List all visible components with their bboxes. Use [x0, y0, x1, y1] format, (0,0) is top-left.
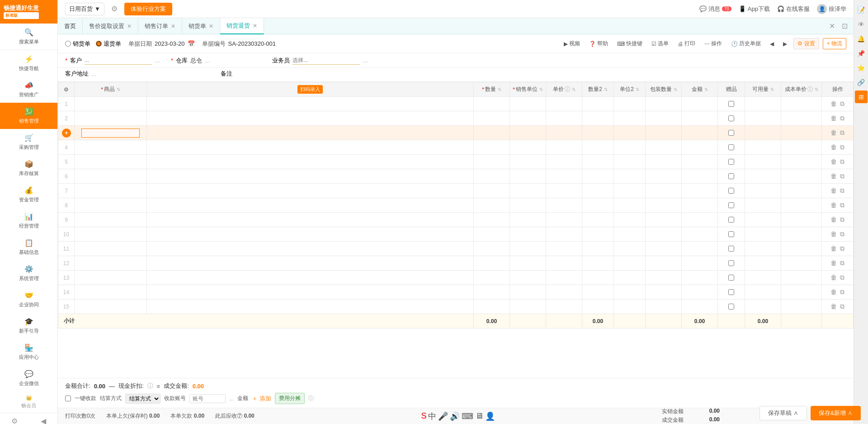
radio-sales-invoice[interactable]: 销货单 — [65, 40, 90, 48]
prev-btn[interactable]: ◀ — [767, 40, 777, 48]
gift-checkbox-1[interactable] — [728, 101, 734, 107]
settle-select[interactable]: 结算方式 — [125, 394, 160, 404]
history-btn[interactable]: 🕐 历史单据 — [728, 39, 764, 48]
gift-checkbox-13[interactable] — [728, 275, 734, 281]
copy-row-6-btn[interactable]: ⧉ — [840, 172, 844, 180]
right-sidebar-active[interactable]: ⊞ — [855, 91, 868, 103]
right-sidebar-bell[interactable]: 🔔 — [855, 33, 868, 45]
dots-btn[interactable]: ... — [229, 395, 234, 402]
th-qty[interactable]: * 数量 ⇅ — [474, 82, 510, 97]
copy-row-11-btn[interactable]: ⧉ — [840, 245, 844, 252]
copy-row-9-btn[interactable]: ⧉ — [840, 216, 844, 223]
message-btn[interactable]: 💬 消息 70 — [699, 5, 731, 13]
gift-checkbox-4[interactable] — [728, 144, 734, 150]
sort-costprice-icon[interactable]: ⇅ — [815, 87, 818, 92]
sidebar-item-wechat[interactable]: 💬 企业微信 — [0, 365, 57, 391]
add-item-btn[interactable]: ＋ 添加 — [252, 395, 271, 403]
tab-price-extract[interactable]: 售价提取设置 ✕ — [83, 18, 138, 34]
tab-sales-invoice-close[interactable]: ✕ — [209, 23, 213, 29]
sort-unit-icon[interactable]: ⇅ — [539, 87, 543, 92]
experience-btn[interactable]: 体验行业方案 — [124, 3, 172, 15]
gift-checkbox-3[interactable] — [728, 130, 734, 136]
sort-qty2-icon[interactable]: ⇅ — [604, 87, 608, 92]
gift-checkbox-12[interactable] — [728, 260, 734, 266]
copy-row-14-btn[interactable]: ⧉ — [840, 288, 844, 295]
window-maximize-btn[interactable]: ⊡ — [839, 21, 850, 32]
th-costprice[interactable]: 成本单价 ⓘ ⇅ — [781, 82, 822, 97]
gift-checkbox-14[interactable] — [728, 289, 734, 295]
address-dots[interactable]: ... — [91, 71, 96, 77]
tab-price-extract-close[interactable]: ✕ — [127, 23, 132, 29]
sidebar-item-purchase[interactable]: 🛒 采购管理 — [0, 129, 57, 155]
tab-home[interactable]: 首页 — [58, 18, 83, 34]
sidebar-item-system[interactable]: ⚙️ 系统管理 — [0, 260, 57, 286]
app-download-btn[interactable]: 📱 App下载 — [739, 5, 770, 13]
calendar-icon[interactable]: 📅 — [188, 40, 195, 47]
th-unit[interactable]: * 销售单位 ⇅ — [510, 82, 546, 97]
print-btn[interactable]: 🖨 打印 — [675, 39, 698, 48]
delete-row-12-btn[interactable]: 🗑 — [830, 259, 837, 267]
select-order-btn[interactable]: ☑ 选单 — [649, 39, 671, 48]
delete-row-8-btn[interactable]: 🗑 — [830, 201, 837, 209]
sidebar-item-guide[interactable]: 🎓 新手引导 — [0, 313, 57, 339]
radio-return[interactable]: 退货单 — [96, 40, 121, 48]
right-sidebar-pin[interactable]: 📌 — [855, 47, 868, 60]
salesperson-search-btn[interactable]: ... — [363, 57, 368, 64]
gift-checkbox-10[interactable] — [728, 231, 734, 237]
sidebar-item-basic-info[interactable]: 📋 基础信息 — [0, 234, 57, 260]
date-value[interactable]: 2023-03-20 — [155, 40, 185, 47]
delete-row-3-btn[interactable]: 🗑 — [830, 129, 837, 136]
delete-row-14-btn[interactable]: 🗑 — [830, 288, 837, 295]
sidebar-collapse-btn[interactable]: ◀ — [41, 417, 46, 424]
th-product[interactable]: * 商品 ⇅ — [75, 82, 147, 97]
sidebar-item-app-center[interactable]: 🏪 应用中心 — [0, 339, 57, 365]
scan-btn[interactable]: 扫码录入 — [297, 85, 323, 94]
sidebar-item-vip[interactable]: 👑 畅会员 — [0, 391, 57, 413]
customer-search-btn[interactable]: ... — [155, 57, 160, 64]
copy-row-3-btn[interactable]: ⧉ — [840, 129, 844, 136]
delete-row-10-btn[interactable]: 🗑 — [830, 230, 837, 238]
tab-sales-invoice[interactable]: 销货单 ✕ — [182, 18, 220, 34]
delete-row-2-btn[interactable]: 🗑 — [830, 114, 837, 122]
next-btn[interactable]: ▶ — [780, 40, 790, 48]
sort-avail-icon[interactable]: ⇅ — [770, 87, 774, 92]
gift-checkbox-15[interactable] — [728, 304, 734, 310]
doc-no-value[interactable]: SA-20230320-001 — [228, 40, 276, 47]
tab-sales-return-close[interactable]: ✕ — [253, 23, 257, 29]
th-avail[interactable]: 可用量⇅ — [745, 82, 781, 97]
account-input[interactable] — [189, 394, 226, 403]
tab-sales-order-close[interactable]: ✕ — [171, 23, 175, 29]
sidebar-item-quick-nav[interactable]: ⚡ 快捷导航 — [0, 50, 57, 76]
header-gear-btn[interactable]: ⚙ — [108, 3, 121, 15]
copy-row-15-btn[interactable]: ⧉ — [840, 303, 844, 310]
th-scan[interactable]: 扫码录入 — [147, 82, 474, 97]
right-sidebar-star[interactable]: ⭐ — [855, 62, 868, 74]
copy-row-13-btn[interactable]: ⧉ — [840, 274, 844, 281]
gift-checkbox-7[interactable] — [728, 188, 734, 194]
sidebar-item-operations[interactable]: 📊 经营管理 — [0, 208, 57, 234]
gift-checkbox-6[interactable] — [728, 173, 734, 179]
copy-row-1-btn[interactable]: ⧉ — [840, 100, 844, 107]
gift-checkbox-8[interactable] — [728, 202, 734, 208]
sidebar-item-finance[interactable]: 💰 资金管理 — [0, 181, 57, 208]
add-row-btn[interactable]: + — [62, 129, 71, 138]
sidebar-item-sales[interactable]: 💹 销售管理 — [0, 103, 57, 129]
sidebar-item-search[interactable]: 🔍 搜索菜单 — [0, 24, 57, 50]
delete-row-1-btn[interactable]: 🗑 — [830, 100, 837, 107]
copy-row-2-btn[interactable]: ⧉ — [840, 114, 844, 122]
customer-input[interactable] — [85, 56, 152, 65]
gift-checkbox-9[interactable] — [728, 217, 734, 223]
sidebar-item-inventory[interactable]: 📦 库存核算 — [0, 155, 57, 181]
save-new-btn[interactable]: 保存&新增 ∧ — [811, 406, 854, 420]
logistics-btn[interactable]: + 物流 — [823, 38, 846, 49]
video-btn[interactable]: ▶ 视频 — [561, 39, 583, 48]
delete-row-6-btn[interactable]: 🗑 — [830, 172, 837, 180]
one-click-checkbox[interactable] — [65, 395, 71, 401]
tab-sales-order[interactable]: 销售订单 ✕ — [138, 18, 182, 34]
salesperson-input[interactable] — [292, 56, 360, 65]
th-gear[interactable]: ⚙ — [58, 82, 75, 97]
delete-row-5-btn[interactable]: 🗑 — [830, 158, 837, 165]
th-gift[interactable]: 赠品 — [718, 82, 745, 97]
sidebar-logo[interactable]: 畅捷通好生意 标准版 — [0, 0, 57, 24]
fee-split-btn[interactable]: 费用分摊 — [275, 393, 305, 404]
